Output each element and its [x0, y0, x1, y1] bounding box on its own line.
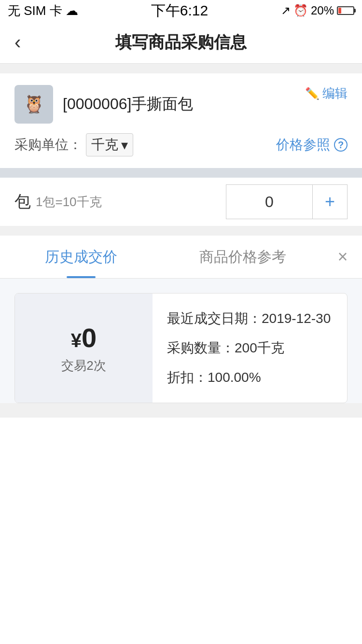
product-logo-icon: 🦉	[23, 94, 45, 114]
nav-bar: ‹ 填写商品采购信息	[0, 21, 362, 64]
price-amount: ¥0	[71, 322, 97, 353]
recent-date-row: 最近成交日期：2019-12-30	[167, 308, 333, 330]
currency-symbol: ¥	[71, 330, 82, 351]
tab-section: 历史成交价 商品价格参考 × ¥0 交易2次 最近成交日期：2019-12-30…	[0, 236, 362, 403]
content-area	[0, 418, 362, 644]
page-title: 填写商品采购信息	[115, 31, 247, 54]
product-unit-row: 采购单位： 千克 ▾ 价格参照 ?	[14, 133, 348, 156]
product-section: 🦉 [0000006]手撕面包 ✏️ 编辑 采购单位： 千克 ▾ 价格参照 ?	[0, 73, 362, 168]
discount-row: 折扣：100.00%	[167, 367, 333, 389]
unit-label: 采购单位：	[14, 136, 82, 154]
unit-big-label: 包	[14, 191, 31, 213]
product-header: 🦉 [0000006]手撕面包 ✏️ 编辑	[14, 85, 348, 124]
price-value: 0	[82, 322, 97, 353]
tab-header: 历史成交价 商品价格参考 ×	[0, 236, 362, 279]
transaction-count: 交易2次	[61, 357, 106, 374]
alarm-icon: ⏰	[293, 4, 308, 17]
no-sim-label: 无 SIM 卡 ☁	[8, 2, 78, 19]
discount-value: 100.00%	[208, 370, 261, 385]
price-card-right: 最近成交日期：2019-12-30 采购数量：200千克 折扣：100.00%	[153, 294, 347, 403]
product-thumbnail: 🦉	[14, 85, 53, 124]
recent-date-value: 2019-12-30	[262, 311, 331, 326]
quantity-input[interactable]: 0	[226, 184, 313, 219]
price-card: ¥0 交易2次 最近成交日期：2019-12-30 采购数量：200千克 折扣：…	[14, 293, 348, 403]
battery-percent: 20%	[311, 4, 334, 17]
unit-conversion-label: 1包=10千克	[36, 194, 102, 210]
product-name: [0000006]手撕面包	[63, 94, 193, 115]
status-right: ↗ ⏰ 20%	[281, 4, 354, 17]
tab-close-button[interactable]: ×	[323, 236, 362, 278]
purchase-qty-label: 采购数量：	[167, 340, 235, 355]
status-bar: 无 SIM 卡 ☁ 下午6:12 ↗ ⏰ 20%	[0, 0, 362, 21]
unit-chevron-icon: ▾	[121, 137, 128, 153]
unit-select[interactable]: 千克 ▾	[86, 133, 133, 156]
quantity-section: 包 1包=10千克 0 +	[0, 178, 362, 226]
location-icon: ↗	[281, 4, 291, 17]
quantity-unit-label: 包 1包=10千克	[14, 191, 102, 213]
product-left: 🦉 [0000006]手撕面包	[14, 85, 193, 124]
tab-history-price[interactable]: 历史成交价	[0, 236, 162, 278]
unit-value: 千克	[91, 136, 118, 154]
separator	[0, 168, 362, 178]
edit-button[interactable]: ✏️ 编辑	[305, 85, 348, 102]
quantity-controls: 0 +	[226, 184, 348, 219]
price-reference-button[interactable]: 价格参照 ?	[276, 136, 348, 154]
back-button[interactable]: ‹	[14, 31, 21, 53]
tab-product-price-ref[interactable]: 商品价格参考	[162, 236, 323, 278]
question-circle-icon: ?	[334, 138, 348, 152]
battery-icon	[337, 6, 354, 15]
price-ref-label: 价格参照	[276, 136, 330, 154]
purchase-qty-row: 采购数量：200千克	[167, 337, 333, 359]
price-card-left: ¥0 交易2次	[15, 294, 153, 403]
discount-label: 折扣：	[167, 370, 208, 385]
recent-date-label: 最近成交日期：	[167, 311, 262, 326]
quantity-plus-button[interactable]: +	[313, 184, 348, 219]
edit-label: 编辑	[322, 85, 348, 102]
status-time: 下午6:12	[151, 1, 208, 21]
edit-icon: ✏️	[305, 87, 320, 100]
purchase-qty-value: 200千克	[235, 340, 284, 355]
status-left: 无 SIM 卡 ☁	[8, 2, 78, 19]
